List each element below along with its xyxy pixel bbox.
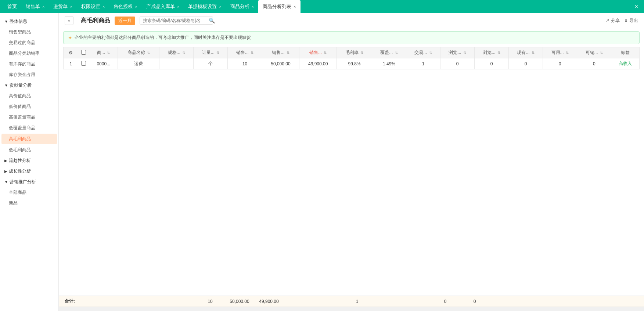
nav-permissions-close[interactable]: × [102,4,105,9]
sidebar-item-high-value[interactable]: 高价值商品 [0,91,58,101]
sidebar-item-category-rate[interactable]: 商品分类助销率 [0,48,58,59]
col-available-stock-sort-icon: ⇅ [566,51,569,55]
col-sales-qty-sort-icon: ⇅ [251,51,253,55]
sidebar-section-trend[interactable]: ▶ 流趋性分析 [0,155,58,166]
col-settings[interactable]: ⚙ [64,47,78,58]
data-table: ⚙ 商... ⇅ 商品名称 ⇅ [63,47,640,69]
col-name[interactable]: 商品名称 ⇅ [118,47,159,58]
nav-product-analysis-label: 商品分析 [230,3,249,10]
col-browse2[interactable]: 浏览... ⇅ [475,47,509,58]
row-code: 0000... [89,58,118,69]
nav-product-inbound-close[interactable]: × [177,4,179,9]
nav-sales-order[interactable]: 销售单 × [21,0,49,13]
col-gross-margin[interactable]: 毛利率 ⇅ [337,47,372,58]
nav-sales-order-close[interactable]: × [42,4,44,9]
sidebar-item-new-goods[interactable]: 新品 [0,198,58,209]
nav-product-analysis-list-close[interactable]: × [294,4,296,9]
search-input[interactable] [140,17,213,25]
sidebar-item-sales-goods[interactable]: 销售型商品 [0,27,58,37]
nav-product-analysis[interactable]: 商品分析 × [226,0,258,13]
nav-purchase-order-label: 进货单 [53,3,68,10]
col-sales-amount-sort-icon: ⇅ [287,51,289,55]
col-checkbox[interactable] [78,47,89,58]
col-sales-amount[interactable]: 销售... ⇅ [262,47,299,58]
main-layout: ▼ 整体信息 销售型商品 交易过的商品 商品分类助销率 有库存的商品 库存资金占… [0,13,644,311]
col-available-stock[interactable]: 可用... ⇅ [543,47,577,58]
total-trade: 1 [342,299,372,304]
row-sales-amount: 50,000.00 [262,58,299,69]
row-checkbox[interactable] [78,58,89,69]
sidebar-item-high-margin[interactable]: 高毛利商品 [1,134,57,144]
row-browse1[interactable]: 0 [440,58,475,69]
nav-template-settings-close[interactable]: × [219,4,221,9]
row-sales-profit: 49,900.00 [299,58,337,69]
row-spec [159,58,194,69]
header-actions: ↗ 分享 ⬇ 导出 [606,18,638,24]
nav-role-auth[interactable]: 角色授权 × [109,0,141,13]
col-code[interactable]: 商... ⇅ [89,47,118,58]
sidebar-item-all-goods[interactable]: 全部商品 [0,187,58,198]
select-all-checkbox[interactable] [81,50,86,55]
sidebar-section-overall-arrow: ▼ [4,19,8,23]
sidebar-item-traded-goods[interactable]: 交易过的商品 [0,37,58,48]
row-name: 运费 [118,58,159,69]
table-container: ⚙ 商... ⇅ 商品名称 ⇅ [59,47,644,296]
nav-product-inbound[interactable]: 产成品入库单 × [142,0,184,13]
col-unit-sort-icon: ⇅ [216,51,219,55]
nav-role-auth-close[interactable]: × [135,4,137,9]
col-code-sort-icon: ⇅ [107,51,110,55]
row-gross-margin: 99.8% [337,58,372,69]
table-header-row: ⚙ 商... ⇅ 商品名称 ⇅ [64,47,640,58]
export-icon: ⬇ [624,18,628,23]
filter-period-button[interactable]: 近一月 [115,17,135,25]
col-sales-qty[interactable]: 销售... ⇅ [228,47,262,58]
sidebar-section-contribution-arrow: ▼ [4,83,8,87]
sidebar-item-low-value[interactable]: 低价值商品 [0,101,58,112]
sidebar: ▼ 整体信息 销售型商品 交易过的商品 商品分类助销率 有库存的商品 库存资金占… [0,13,59,311]
nav-purchase-order-close[interactable]: × [70,4,72,9]
share-icon: ↗ [606,18,609,23]
col-browse1[interactable]: 浏览... ⇅ [440,47,475,58]
sidebar-section-marketing[interactable]: ▼ 营销推广分析 [0,177,58,187]
col-coverage[interactable]: 覆盖... ⇅ [372,47,406,58]
sidebar-item-high-coverage[interactable]: 高覆盖量商品 [0,112,58,123]
row-unit: 个 [194,58,228,69]
col-sales-profit[interactable]: 销售... ⇅ [299,47,337,58]
nav-product-analysis-close[interactable]: × [252,4,254,9]
col-coverage-sort-icon: ⇅ [395,51,398,55]
col-sales-profit-sort-icon: ⇅ [324,51,327,55]
page-title: 高毛利商品 [81,17,110,25]
col-saleable-stock[interactable]: 可销... ⇅ [577,47,611,58]
sidebar-item-low-coverage[interactable]: 低覆盖量商品 [0,123,58,133]
sidebar-section-marketing-label: 营销推广分析 [10,179,36,185]
col-current-stock-sort-icon: ⇅ [532,51,535,55]
col-unit[interactable]: 计量... ⇅ [194,47,228,58]
nav-product-analysis-list[interactable]: 商品分析列表 × [258,0,300,13]
col-browse1-sort-icon: ⇅ [463,51,466,55]
search-icon[interactable]: 🔍 [209,18,215,23]
sidebar-section-growth[interactable]: ▶ 成长性分析 [0,166,58,177]
sidebar-item-stock-goods[interactable]: 有库存的商品 [0,59,58,69]
nav-close-all[interactable]: × [632,3,641,10]
share-button[interactable]: ↗ 分享 [606,18,620,24]
sidebar-section-contribution[interactable]: ▼ 贡献量分析 [0,80,58,91]
col-trade[interactable]: 交易... ⇅ [406,47,440,58]
nav-template-settings[interactable]: 单据模板设置 × [184,0,226,13]
collapse-sidebar-button[interactable]: « [65,16,73,25]
nav-permissions[interactable]: 权限设置 × [77,0,109,13]
nav-purchase-order[interactable]: 进货单 × [49,0,76,13]
sidebar-item-stock-capital[interactable]: 库存资金占用 [0,69,58,80]
export-button[interactable]: ⬇ 导出 [624,18,638,24]
sidebar-section-overall-label: 整体信息 [10,18,27,25]
row-coverage: 1.49% [372,58,406,69]
col-tag[interactable]: 标签 [611,47,640,58]
nav-home[interactable]: 首页 [3,0,21,13]
col-spec[interactable]: 规格... ⇅ [159,47,194,58]
bottom-scrollbar[interactable] [59,307,644,311]
nav-template-settings-label: 单据模板设置 [188,3,217,10]
sidebar-section-contribution-label: 贡献量分析 [10,82,32,88]
col-current-stock[interactable]: 现有... ⇅ [509,47,543,58]
sidebar-section-overall[interactable]: ▼ 整体信息 [0,16,58,27]
sidebar-item-low-margin[interactable]: 低毛利商品 [0,145,58,155]
nav-sales-order-label: 销售单 [26,3,40,10]
